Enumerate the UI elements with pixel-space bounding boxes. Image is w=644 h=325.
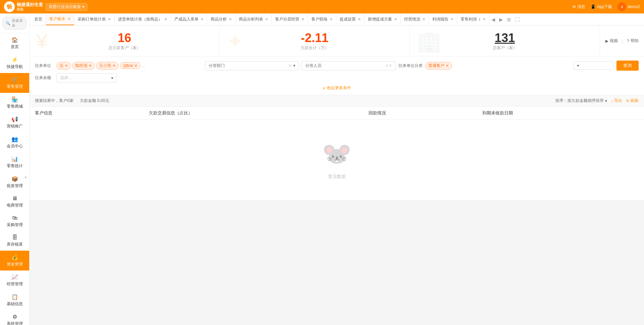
tab-product-analysis-list-close[interactable]: ✕	[265, 17, 268, 22]
sidebar-item-retail-mgmt[interactable]: 🛒 零售管理	[0, 73, 29, 93]
tab-customer-segment[interactable]: 客户分层经营 ✕	[272, 14, 308, 25]
tab-prev-btn[interactable]: ◀	[489, 14, 497, 25]
sidebar-item-retail-mall[interactable]: 🏪 零售商城	[0, 93, 29, 113]
inventory-icon: 🗄	[12, 234, 17, 241]
tab-product-analysis-close[interactable]: ✕	[229, 17, 232, 22]
sidebar-label-home: 首页	[11, 44, 19, 50]
search-menu-btn[interactable]: 🔍 搜索菜单	[3, 17, 27, 30]
tab-achieve-settings-close[interactable]: ✕	[358, 17, 361, 22]
result-bar: 搜索结果中，客户0家 欠款金额 0.00元 排序：按欠款金额倒序排序 ↓ 导出	[30, 95, 644, 107]
tab-profit-report-close[interactable]: ✕	[450, 17, 454, 22]
tab-customer-contact-close[interactable]: ✕	[330, 17, 333, 22]
sidebar-label-basic-info: 基础信息	[7, 301, 23, 307]
filter-tag-unit-3-remove[interactable]: ✕	[113, 64, 116, 68]
tab-customer-cost-close[interactable]: ✕	[68, 17, 71, 21]
sidebar-item-basic-info[interactable]: 📋 基础信息	[0, 290, 29, 310]
tab-purchase-order-stats-label: 采购订单统计表	[78, 16, 106, 22]
filter-tag-category-1[interactable]: 普通客户 ✕	[425, 62, 452, 70]
sidebar-item-retail-stats[interactable]: 📊 零售统计	[0, 152, 29, 172]
sidebar-item-inventory[interactable]: 🗄 库存核算	[0, 231, 29, 251]
sidebar-item-ecommerce[interactable]: 🖥 电商管理	[0, 192, 29, 212]
col-header-customer-info: 客户信息	[30, 107, 143, 120]
category-dropdown[interactable]	[573, 62, 614, 70]
tab-customer-segment-close[interactable]: ✕	[301, 17, 304, 22]
tab-purchase-order-stats-close[interactable]: ✕	[108, 17, 111, 22]
tab-product-analysis[interactable]: 商品分析 ✕	[207, 14, 235, 25]
filter-row-balance: 往来余额 选择...	[35, 73, 639, 82]
tab-customer-contact[interactable]: 客户联络 ✕	[308, 14, 336, 25]
person-label: 分管人员	[305, 63, 321, 69]
avatar: d	[617, 2, 626, 11]
dept-label: 分管部门	[209, 63, 225, 69]
tab-achieve-settings[interactable]: 提成设置 ✕	[336, 14, 364, 25]
tab-operations-status[interactable]: 经营情况 ✕	[401, 14, 429, 25]
tab-new-achieve-plan-close[interactable]: ✕	[394, 17, 397, 22]
member-center-icon: 👥	[11, 136, 18, 142]
sidebar-item-marketing[interactable]: 📢 营销推广	[0, 113, 29, 133]
sidebar-item-operations[interactable]: 📈 经营管理	[0, 270, 29, 290]
filter-tag-unit-1-text: 伍	[59, 63, 63, 69]
app-download-btn[interactable]: 📱 App下载	[591, 4, 612, 10]
tab-fullscreen-btn[interactable]: ⛶	[513, 14, 522, 25]
sidebar-item-sys-mgmt[interactable]: ⚙ 系统管理	[0, 310, 29, 325]
tab-operations-status-close[interactable]: ✕	[422, 17, 425, 22]
filter-tag-unit-2[interactable]: 陈民强 ✕	[72, 62, 95, 70]
tab-profit-report[interactable]: 利润报告 ✕	[429, 14, 457, 25]
query-button[interactable]: 查询	[616, 61, 639, 71]
tab-retail-profit-close[interactable]: ✕	[483, 17, 486, 22]
tab-expand-btn[interactable]: ⊞	[505, 14, 513, 25]
sidebar-label-inventory: 库存核算	[7, 242, 23, 247]
balance-dropdown[interactable]: 选择...	[56, 73, 117, 82]
tab-product-analysis-list[interactable]: 商品分析列表 ✕	[235, 14, 272, 25]
tab-retail-profit[interactable]: 零售利润（ ✕	[457, 14, 489, 25]
sidebar-item-member-center[interactable]: 👥 会员中心	[0, 133, 29, 152]
export-btn[interactable]: ↓ 导出	[611, 98, 622, 104]
retail-stats-icon: 📊	[11, 156, 18, 162]
tab-product-inbound-close[interactable]: ✕	[201, 17, 204, 22]
tab-product-inbound[interactable]: 产成品入库单 ✕	[171, 14, 207, 25]
expand-icon: ▾	[25, 176, 27, 179]
filter-tag-unit-4-remove[interactable]: ✕	[134, 64, 137, 68]
dept-dropdown[interactable]: 分管部门 ✕	[205, 61, 299, 70]
sidebar-item-quick-nav[interactable]: ⚡ 快捷导航	[0, 53, 29, 73]
tab-customer-contact-label: 客户联络	[311, 16, 328, 22]
company-name: 母婴行业演示账套	[49, 4, 81, 10]
sidebar-item-home[interactable]: 🏠 首页	[0, 33, 29, 53]
home-icon: 🏠	[11, 37, 18, 43]
refresh-btn[interactable]: ↻ 刷新	[626, 98, 639, 104]
filter-tag-category-1-remove[interactable]: ✕	[446, 64, 449, 68]
help-btn[interactable]: ? 帮助	[627, 38, 639, 44]
sidebar-item-purchase-mgmt[interactable]: 🛍 采购管理	[0, 212, 29, 231]
tab-purchase-order-stats[interactable]: 采购订单统计表 ✕	[74, 14, 115, 25]
download-icon: 📱	[591, 4, 596, 9]
tab-incoming-stats-close[interactable]: ✕	[164, 17, 167, 22]
tab-product-analysis-list-label: 商品分析列表	[239, 16, 263, 22]
sort-selector[interactable]: 排序：按欠款金额倒序排序	[555, 98, 607, 104]
wholesale-icon: 📦	[11, 176, 18, 182]
tab-home[interactable]: 首页	[31, 14, 46, 25]
sidebar-item-wholesale-mgmt[interactable]: 📦 批发管理 ▾	[0, 172, 29, 192]
filter-tag-unit-1-remove[interactable]: ✕	[65, 64, 68, 68]
dept-clear-icon: ✕	[289, 63, 292, 68]
filter-tag-unit-1[interactable]: 伍 ✕	[56, 62, 71, 70]
tab-incoming-stats[interactable]: 进货单统计表（按商品） ✕	[115, 14, 171, 25]
messages-btn[interactable]: ✉ 消息	[572, 4, 585, 10]
username: demo2	[628, 4, 640, 9]
filter-tag-unit-2-remove[interactable]: ✕	[89, 64, 92, 68]
total-customers-value: 131	[495, 31, 515, 45]
filter-area: 往来单位 伍 ✕ 陈民强 ✕ 王小亮	[30, 57, 644, 95]
user-area[interactable]: d demo2	[617, 2, 640, 11]
filter-tag-unit-3[interactable]: 王小亮 ✕	[96, 62, 119, 70]
category-chevron-icon	[577, 63, 579, 68]
filter-tag-unit-4[interactable]: cjttcw ✕	[120, 62, 140, 69]
collapse-btn[interactable]: ∧ 收起更多条件	[323, 85, 351, 91]
video-btn[interactable]: ▶ 视频	[605, 38, 618, 44]
tab-customer-cost[interactable]: 客户账本 ✕	[46, 14, 74, 25]
balance-filter-label: 往来余额	[35, 75, 54, 81]
person-dropdown[interactable]: 分管人员 ✕✕	[302, 61, 396, 70]
sidebar-item-finance[interactable]: 💰 资金管理	[0, 251, 29, 270]
filter-tag-more[interactable]: ...	[142, 63, 145, 68]
tab-new-achieve-plan[interactable]: 新增提成方案 ✕	[364, 14, 401, 25]
company-selector[interactable]: 母婴行业演示账套 ▾	[46, 3, 87, 11]
tab-next-btn[interactable]: ▶	[497, 14, 505, 25]
